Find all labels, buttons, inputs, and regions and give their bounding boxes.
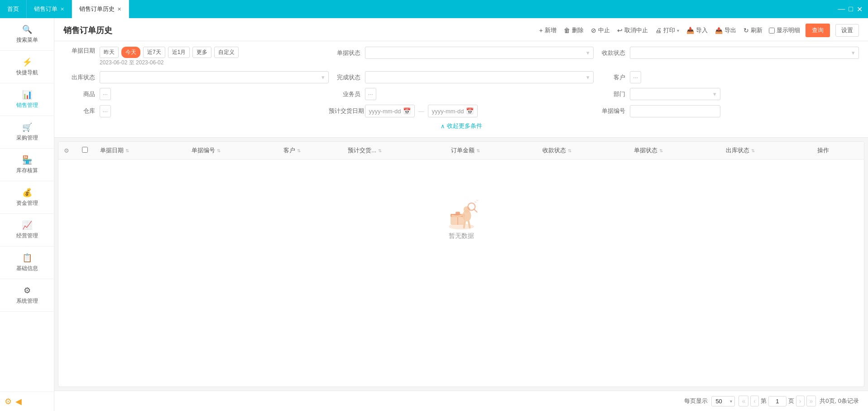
page-input[interactable] (768, 396, 786, 406)
department-select[interactable]: ▾ (630, 88, 720, 100)
first-page-button[interactable]: « (739, 396, 748, 406)
main-layout: 🔍 搜索菜单 ⚡ 快捷导航 📊 销售管理 🛒 采购管理 🏪 库存核算 💰 资金管… (0, 18, 868, 411)
date-sort-icon: ⇅ (125, 148, 129, 153)
print-label: 打印 (663, 26, 675, 34)
delivery-date-from[interactable]: yyyy-mm-dd 📅 (365, 105, 415, 117)
sidebar-item-finance[interactable]: 💰 资金管理 (0, 181, 54, 214)
product-picker-btn[interactable]: ··· (100, 88, 111, 100)
table-header-order-status[interactable]: 单据状态 ⇅ (628, 142, 720, 160)
filter-product: 商品 ··· (63, 88, 329, 100)
tab-home[interactable]: 首页 (0, 0, 27, 18)
date-col-label: 单据日期 (100, 146, 124, 155)
sidebar-item-operations[interactable]: 📈 经营管理 (0, 214, 54, 247)
purchase-mgmt-icon: 🛒 (22, 122, 32, 132)
new-button[interactable]: + 新增 (538, 24, 557, 36)
table-header-amount[interactable]: 订单金额 ⇅ (446, 142, 537, 160)
payment-status-select[interactable]: ▾ (630, 47, 859, 59)
tab-sales-order-history-label: 销售订单历史 (79, 5, 115, 13)
empty-state-icon: ~ ~ (439, 196, 484, 232)
warehouse-picker-btn[interactable]: ··· (100, 105, 111, 117)
last-page-button[interactable]: » (806, 396, 816, 406)
select-all-checkbox[interactable] (82, 147, 88, 153)
tab-home-label: 首页 (7, 5, 19, 13)
sidebar-item-purchase-mgmt[interactable]: 🛒 采购管理 (0, 116, 54, 149)
refresh-button[interactable]: ↻ 刷新 (743, 24, 763, 36)
date-last1m-btn[interactable]: 近1月 (168, 47, 190, 58)
completion-status-select[interactable]: ▾ (365, 71, 594, 83)
order-status-col-label: 单据状态 (634, 146, 657, 155)
query-button[interactable]: 查询 (806, 24, 830, 37)
svg-line-8 (474, 209, 477, 212)
sidebar-settings-icon[interactable]: ⚙ (5, 396, 12, 406)
payment-status-arrow-icon: ▾ (852, 49, 855, 56)
print-dropdown-icon: ▾ (677, 28, 679, 33)
show-detail-checkbox-label[interactable]: 显示明细 (769, 26, 800, 34)
filter-order-no: 单据编号 (594, 105, 859, 117)
order-no-input[interactable] (630, 105, 720, 117)
window-close-icon[interactable]: ✕ (857, 5, 863, 14)
sidebar-item-sys-mgmt[interactable]: ⚙ 系统管理 (0, 279, 54, 312)
inventory-icon: 🏪 (22, 155, 32, 165)
page-size-select[interactable]: 50 10 20 100 (711, 396, 735, 406)
order-no-sort-icon: ⇅ (217, 148, 221, 153)
table-header-outbound-status[interactable]: 出库状态 ⇅ (720, 142, 812, 160)
date-yesterday-btn[interactable]: 昨天 (100, 47, 119, 58)
order-status-select[interactable]: ▾ (365, 47, 594, 59)
table-header-customer[interactable]: 客户 ⇅ (278, 142, 343, 160)
table-header-expected-delivery[interactable]: 预计交货... ⇅ (342, 142, 445, 160)
sidebar-item-quick-nav[interactable]: ⚡ 快捷导航 (0, 51, 54, 83)
quick-nav-icon: ⚡ (22, 57, 32, 67)
filter-date-group: 单据日期 昨天 今天 近7天 近1月 更多 自定义 2023-06-02 至 2… (63, 47, 329, 67)
outbound-status-label: 出库状态 (63, 73, 100, 82)
amount-sort-icon: ⇅ (476, 148, 480, 153)
sidebar-item-sales-mgmt[interactable]: 📊 销售管理 (0, 83, 54, 116)
finance-icon: 💰 (22, 188, 32, 198)
prev-page-button[interactable]: ‹ (750, 396, 759, 406)
tab-sales-order-history[interactable]: 销售订单历史 ✕ (72, 0, 129, 18)
show-detail-checkbox[interactable] (769, 28, 775, 34)
new-label: 新增 (545, 26, 556, 34)
date-options: 昨天 今天 近7天 近1月 更多 自定义 2023-06-02 至 2023-0… (100, 47, 239, 67)
sidebar-collapse-icon[interactable]: ◀ (15, 396, 22, 406)
date-last7-btn[interactable]: 近7天 (143, 47, 165, 58)
payment-status-col-label: 收款状态 (542, 146, 566, 155)
cancel-stop-button[interactable]: ↩ 取消中止 (616, 24, 649, 36)
table-area: ⚙ 单据日期 ⇅ 单据编号 (58, 141, 864, 387)
collapse-button[interactable]: ∧ 收起更多条件 (63, 120, 859, 132)
filter-salesperson: 业务员 ··· (329, 88, 594, 100)
next-page-button[interactable]: › (796, 396, 805, 406)
table-header-order-no[interactable]: 单据编号 ⇅ (186, 142, 278, 160)
delete-button[interactable]: 🗑 删除 (563, 24, 585, 36)
print-button[interactable]: 🖨 打印 ▾ (654, 24, 680, 36)
tab-sales-order[interactable]: 销售订单 ✕ (27, 0, 72, 18)
page-nav: « ‹ 第 页 › » (739, 396, 816, 406)
stop-button[interactable]: ⊘ 中止 (590, 24, 611, 36)
table-header-date[interactable]: 单据日期 ⇅ (95, 142, 186, 160)
order-no-label: 单据编号 (594, 107, 630, 115)
date-more-btn[interactable]: 更多 (192, 47, 211, 58)
stop-icon: ⊘ (591, 27, 596, 34)
import-button[interactable]: 📥 导入 (686, 24, 709, 36)
outbound-status-select[interactable]: ▾ (100, 71, 329, 83)
customer-picker-btn[interactable]: ··· (630, 71, 641, 83)
date-custom-btn[interactable]: 自定义 (214, 47, 239, 58)
date-today-btn[interactable]: 今天 (121, 47, 140, 58)
page-header: 销售订单历史 + 新增 🗑 删除 ⊘ 中止 ↩ 取消中止 (54, 18, 868, 41)
close-history-tab-icon[interactable]: ✕ (117, 6, 121, 12)
close-sales-order-tab-icon[interactable]: ✕ (60, 6, 64, 12)
export-button[interactable]: 📤 导出 (714, 24, 737, 36)
cancel-stop-icon: ↩ (617, 27, 623, 34)
query-label: 查询 (812, 26, 824, 34)
minimize-icon[interactable]: — (838, 5, 845, 13)
sidebar-item-inventory[interactable]: 🏪 库存核算 (0, 149, 54, 181)
salesperson-picker-btn[interactable]: ··· (365, 88, 376, 100)
empty-state: ~ ~ 暂无数据 (58, 160, 864, 276)
delivery-date-to[interactable]: yyyy-mm-dd 📅 (428, 105, 478, 117)
new-icon: + (539, 27, 543, 34)
sidebar-item-search-menu[interactable]: 🔍 搜索菜单 (0, 18, 54, 51)
settings-button[interactable]: 设置 (835, 24, 859, 37)
table-settings-icon[interactable]: ⚙ (64, 147, 69, 154)
table-header-payment-status[interactable]: 收款状态 ⇅ (537, 142, 628, 160)
sidebar-item-base-info[interactable]: 📋 基础信息 (0, 247, 54, 279)
maximize-icon[interactable]: □ (849, 5, 853, 13)
